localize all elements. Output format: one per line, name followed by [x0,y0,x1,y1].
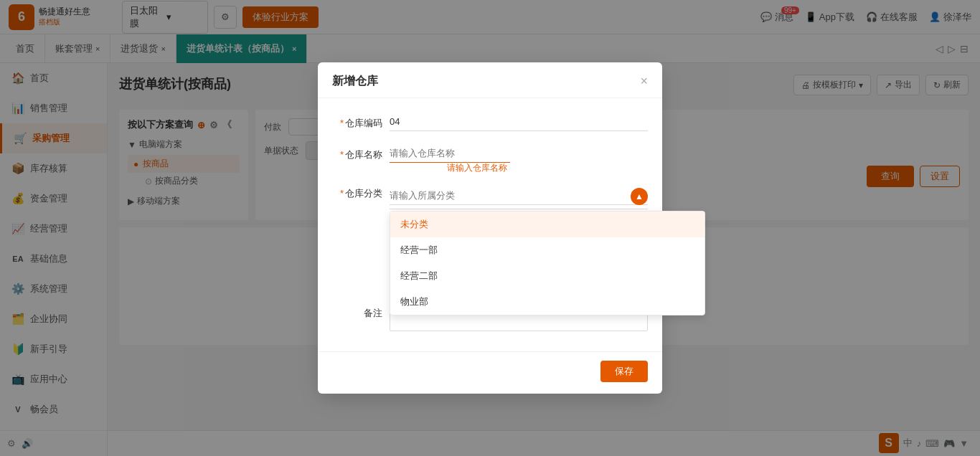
name-label: 仓库名称 [332,144,390,161]
category-select-container: ▲ 未分类 经营一部 经营二部 物业部 [390,183,648,209]
warehouse-code-row: 仓库编码 [332,113,648,131]
code-label: 仓库编码 [332,113,390,130]
warehouse-category-row: 仓库分类 ▲ 未分类 经营一部 经营二部 物业部 [332,183,648,209]
category-dropdown-toggle[interactable]: ▲ [631,188,648,205]
note-label: 备注 [332,303,390,320]
modal-header: 新增仓库 × [318,62,662,98]
warehouse-name-row: 仓库名称 请输入仓库名称 [332,144,648,163]
modal-footer: 保存 [318,351,662,394]
save-button[interactable]: 保存 [600,361,648,382]
modal-body: 仓库编码 仓库名称 请输入仓库名称 仓库分类 ▲ [318,98,662,351]
modal-title: 新增仓库 [332,74,378,89]
modal-close-button[interactable]: × [640,74,648,89]
category-text-input[interactable] [390,186,648,205]
warehouse-name-input[interactable] [390,144,510,163]
add-warehouse-modal: 新增仓库 × 仓库编码 仓库名称 请输入仓库名称 仓库分类 [318,62,662,394]
modal-overlay: 新增仓库 × 仓库编码 仓库名称 请输入仓库名称 仓库分类 [0,0,980,456]
warehouse-code-input[interactable] [390,113,648,131]
category-label: 仓库分类 [332,183,390,200]
category-dropdown-list: 未分类 经营一部 经营二部 物业部 [390,211,705,315]
dropdown-item-dept2[interactable]: 经营二部 [390,263,705,289]
name-error-message: 请输入仓库名称 [447,162,507,174]
dropdown-item-property[interactable]: 物业部 [390,289,705,315]
dropdown-item-uncategorized[interactable]: 未分类 [390,212,705,237]
dropdown-item-dept1[interactable]: 经营一部 [390,237,705,263]
category-select-input[interactable]: ▲ [390,183,648,209]
